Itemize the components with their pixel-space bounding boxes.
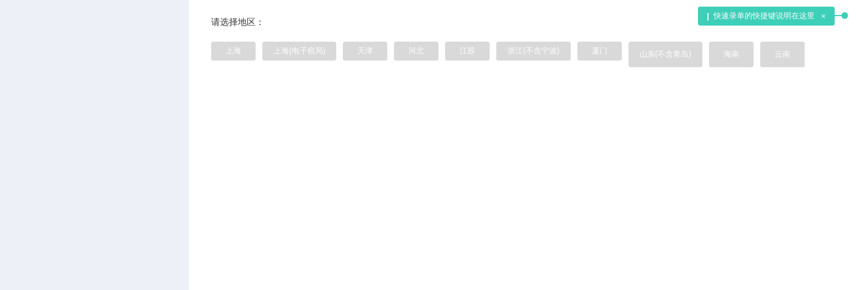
tooltip-connector-dot (841, 12, 848, 19)
main-content: 请选择地区： 上海上海(电子税局)天津河北江苏浙江(不含宁波)厦门 山东(不含青… (189, 0, 868, 290)
region-btn-yunnan[interactable]: 云南 (760, 42, 805, 67)
region-row-1: 上海上海(电子税局)天津河北江苏浙江(不含宁波)厦门 (211, 42, 622, 61)
left-sidebar (0, 0, 189, 290)
region-btn-jiangsu[interactable]: 江苏 (445, 42, 490, 61)
region-row-2: 山东(不含青岛)海南云南 (628, 42, 805, 67)
tooltip-close-button[interactable]: × (821, 12, 826, 21)
tooltip-banner: 快速录单的快捷键说明在这里 × (698, 7, 835, 26)
tooltip-text: 快速录单的快捷键说明在这里 (714, 11, 815, 21)
region-btn-xiamen[interactable]: 厦门 (577, 42, 622, 61)
region-btn-shanghai[interactable]: 上海 (211, 42, 256, 61)
region-btn-hainan[interactable]: 海南 (709, 42, 754, 67)
region-btn-tianjin[interactable]: 天津 (343, 42, 387, 61)
region-btn-zhejiang[interactable]: 浙江(不含宁波) (496, 42, 570, 61)
region-btn-hebei[interactable]: 河北 (394, 42, 438, 61)
region-btn-shandong[interactable]: 山东(不含青岛) (628, 42, 702, 67)
region-btn-shanghai-etax[interactable]: 上海(电子税局) (262, 42, 336, 61)
region-buttons-container: 上海上海(电子税局)天津河北江苏浙江(不含宁波)厦门 山东(不含青岛)海南云南 (211, 42, 846, 67)
